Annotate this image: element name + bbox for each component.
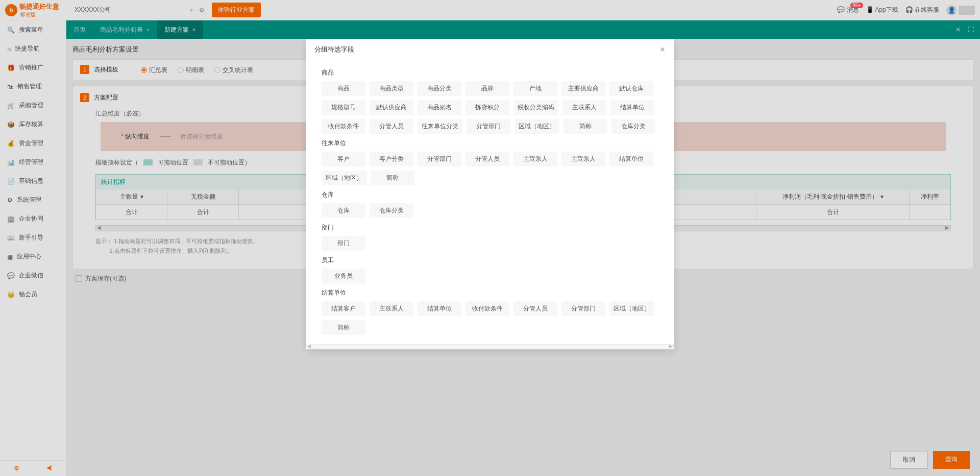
field-chip[interactable]: 结算客户 (322, 301, 365, 316)
field-chip[interactable]: 分管部门 (467, 119, 510, 134)
field-chip-group: 仓库仓库分类 (322, 203, 658, 218)
field-chip[interactable]: 区域（地区） (514, 119, 559, 134)
field-chip[interactable]: 分管人员 (370, 119, 413, 134)
field-group-title: 结算单位 (322, 289, 658, 297)
field-chip[interactable]: 默认仓库 (609, 81, 653, 96)
modal-title: 分组待选字段 (314, 45, 354, 54)
field-group-title: 往来单位 (322, 139, 658, 148)
field-chip[interactable]: 结算单位 (418, 301, 461, 316)
field-chip[interactable]: 税收分类编码 (513, 100, 558, 115)
field-chip[interactable]: 拣货积分 (465, 100, 509, 115)
field-chip-group: 客户客户分类分管部门分管人员主联系人主联系人结算单位区域（地区）简称 (322, 152, 658, 185)
field-chip[interactable]: 商品别名 (418, 100, 461, 115)
field-chip[interactable]: 区域（地区） (609, 301, 654, 316)
grouping-modal: 分组待选字段 ✕ 商品商品商品类型商品分类品牌产地主要供应商默认仓库规格型号默认… (306, 39, 674, 349)
field-chip[interactable]: 产地 (513, 81, 557, 96)
field-chip-group: 部门 (322, 236, 658, 251)
field-chip[interactable]: 结算单位 (610, 100, 654, 115)
field-chip[interactable]: 简称 (564, 119, 607, 134)
modal-body[interactable]: 商品商品商品类型商品分类品牌产地主要供应商默认仓库规格型号默认供应商商品别名拣货… (306, 60, 674, 344)
field-group-title: 商品 (322, 68, 658, 77)
field-chip[interactable]: 品牌 (465, 81, 509, 96)
field-chip[interactable]: 区域（地区） (322, 171, 366, 185)
field-chip[interactable]: 收付款条件 (465, 301, 509, 316)
field-chip[interactable]: 主联系人 (513, 152, 557, 166)
modal-close-button[interactable]: ✕ (659, 45, 666, 54)
field-chip-group: 商品商品类型商品分类品牌产地主要供应商默认仓库规格型号默认供应商商品别名拣货积分… (322, 81, 658, 134)
field-chip[interactable]: 商品 (322, 81, 365, 96)
field-chip[interactable]: 主联系人 (561, 152, 605, 166)
field-chip[interactable]: 主联系人 (370, 301, 413, 316)
modal-header: 分组待选字段 ✕ (306, 39, 674, 60)
field-chip[interactable]: 客户分类 (370, 152, 413, 166)
field-chip[interactable]: 结算单位 (609, 152, 653, 166)
field-group-title: 员工 (322, 256, 658, 265)
field-chip[interactable]: 简称 (322, 320, 365, 335)
field-chip[interactable]: 商品类型 (370, 81, 413, 96)
field-chip[interactable]: 规格型号 (322, 100, 365, 115)
field-chip[interactable]: 客户 (322, 152, 365, 166)
field-group-title: 部门 (322, 223, 658, 232)
field-group-title: 仓库 (322, 191, 658, 199)
field-chip[interactable]: 仓库分类 (370, 203, 413, 218)
field-chip[interactable]: 分管人员 (513, 301, 557, 316)
field-chip-group: 结算客户主联系人结算单位收付款条件分管人员分管部门区域（地区）简称 (322, 301, 658, 335)
field-chip[interactable]: 仓库分类 (611, 119, 655, 134)
field-chip[interactable]: 收付款条件 (322, 119, 365, 134)
field-chip[interactable]: 主联系人 (562, 100, 606, 115)
field-chip[interactable]: 业务员 (322, 269, 365, 283)
modal-horizontal-scrollbar[interactable] (306, 344, 674, 349)
field-chip[interactable]: 商品分类 (418, 81, 461, 96)
field-chip[interactable]: 主要供应商 (561, 81, 605, 96)
field-chip[interactable]: 部门 (322, 236, 365, 251)
field-chip[interactable]: 往来单位分类 (418, 119, 462, 134)
field-chip[interactable]: 简称 (371, 171, 414, 185)
field-chip[interactable]: 仓库 (322, 203, 365, 218)
field-chip[interactable]: 默认供应商 (370, 100, 413, 115)
field-chip[interactable]: 分管部门 (561, 301, 605, 316)
field-chip[interactable]: 分管人员 (465, 152, 509, 166)
field-chip[interactable]: 分管部门 (418, 152, 461, 166)
modal-overlay[interactable]: 分组待选字段 ✕ 商品商品商品类型商品分类品牌产地主要供应商默认仓库规格型号默认… (0, 0, 980, 476)
field-chip-group: 业务员 (322, 269, 658, 283)
